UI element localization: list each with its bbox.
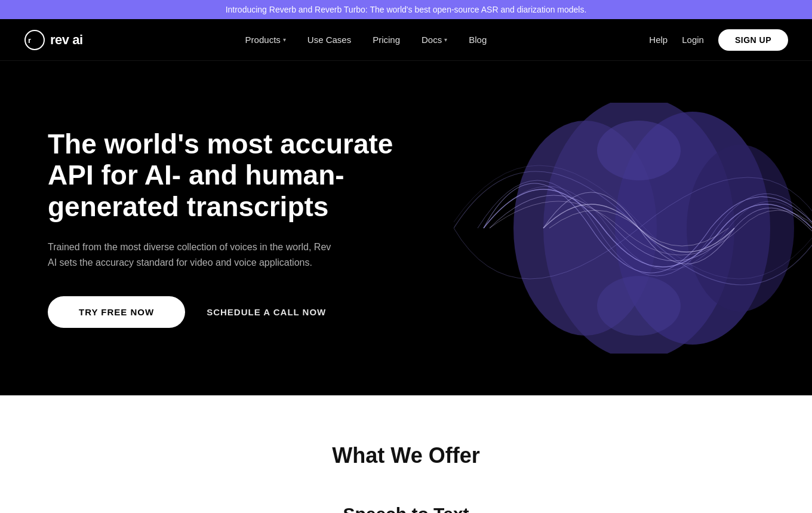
- hero-content: The world's most accurate API for AI- an…: [48, 128, 394, 328]
- nav-item-use-cases[interactable]: Use Cases: [307, 35, 351, 45]
- announcement-banner: Introducing Reverb and Reverb Turbo: The…: [0, 0, 812, 19]
- svg-text:r: r: [28, 36, 31, 45]
- speech-to-text-title: Speech to Text: [24, 504, 788, 513]
- chevron-down-icon: ▾: [444, 36, 447, 43]
- chevron-down-icon: ▾: [283, 36, 286, 43]
- banner-text: Introducing Reverb and Reverb Turbo: The…: [226, 5, 587, 14]
- login-button[interactable]: Login: [682, 35, 704, 45]
- hero-section: The world's most accurate API for AI- an…: [0, 61, 812, 395]
- hero-buttons: TRY FREE NOW SCHEDULE A CALL NOW: [48, 296, 394, 328]
- logo-text: rev ai: [50, 32, 83, 48]
- hero-subtitle: Trained from the most diverse collection…: [48, 239, 334, 270]
- nav-item-products[interactable]: Products ▾: [245, 35, 286, 45]
- main-nav: r rev ai Products ▾ Use Cases Pricing Do…: [0, 19, 812, 61]
- svg-point-6: [597, 121, 681, 180]
- help-button[interactable]: Help: [649, 35, 668, 45]
- nav-item-blog[interactable]: Blog: [469, 35, 487, 45]
- nav-item-pricing[interactable]: Pricing: [373, 35, 400, 45]
- nav-center: Products ▾ Use Cases Pricing Docs ▾ Blog: [245, 35, 487, 45]
- schedule-call-button[interactable]: SCHEDULE A CALL NOW: [207, 307, 326, 317]
- nav-right: Help Login SIGN UP: [649, 29, 788, 51]
- logo-link[interactable]: r rev ai: [24, 29, 83, 51]
- offers-section-title: What We Offer: [24, 443, 788, 468]
- svg-point-7: [597, 276, 681, 336]
- logo-icon: r: [24, 29, 45, 51]
- signup-button[interactable]: SIGN UP: [718, 29, 788, 51]
- nav-item-docs[interactable]: Docs ▾: [422, 35, 447, 45]
- offers-section: What We Offer Speech to Text: [0, 395, 812, 513]
- hero-title: The world's most accurate API for AI- an…: [48, 128, 394, 223]
- try-free-button[interactable]: TRY FREE NOW: [48, 296, 185, 328]
- hero-wave-visual: [454, 103, 812, 354]
